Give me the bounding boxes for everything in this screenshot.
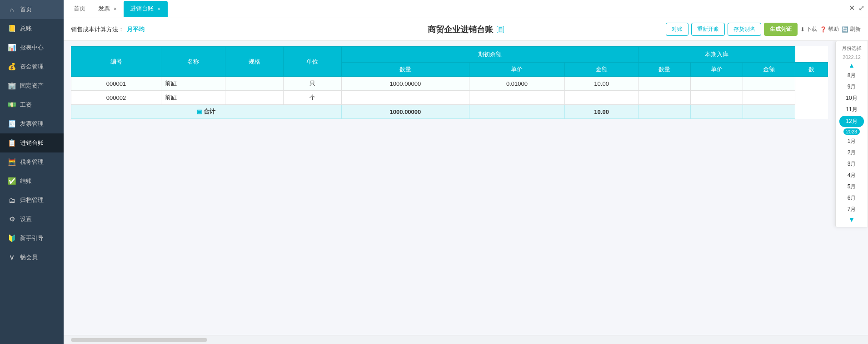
month-item-2023-6[interactable]: 6月 <box>836 192 868 204</box>
month-nav-up-button[interactable]: ▲ <box>848 62 855 69</box>
duizhang-button[interactable]: 对账 <box>666 23 688 36</box>
tab-invoice[interactable]: 发票 × <box>92 1 124 17</box>
maximize-window-button[interactable]: ⤢ <box>858 4 864 12</box>
sidebar-item-label: 固定资产 <box>20 82 44 90</box>
row-in-qty <box>639 77 691 91</box>
col-header-spec: 规格 <box>225 47 284 77</box>
sidebar-item-reports[interactable]: 📊 报表中心 <box>0 38 64 57</box>
sidebar-item-assets[interactable]: 🏢 固定资产 <box>0 76 64 95</box>
month-item-2023-5[interactable]: 5月 <box>836 181 868 192</box>
month-item-2023-4[interactable]: 4月 <box>836 170 868 181</box>
info-icon[interactable]: 目 <box>497 26 504 33</box>
tab-invoice-label: 发票 <box>98 5 110 13</box>
home-icon: ⌂ <box>7 6 16 14</box>
sidebar-item-member[interactable]: V 畅会员 <box>0 248 64 267</box>
sub-col-extra: 数 <box>795 63 828 77</box>
sidebar-item-checkout[interactable]: ✅ 结账 <box>0 172 64 191</box>
row-spec <box>225 77 284 91</box>
month-item-12[interactable]: 12月 <box>839 116 864 127</box>
col-header-unit: 单位 <box>284 47 342 77</box>
member-icon: V <box>7 254 16 261</box>
sidebar-item-salary[interactable]: 💵 工资 <box>0 95 64 114</box>
total-icon: ▣ <box>197 108 202 115</box>
total-qi-price <box>469 105 564 119</box>
sidebar-item-label: 设置 <box>20 215 32 223</box>
guide-icon: 🔰 <box>7 234 16 242</box>
row-unit: 只 <box>284 77 342 91</box>
row-id: 000001 <box>71 77 161 91</box>
row-in-amount <box>743 77 795 91</box>
row-qi-qty <box>341 91 469 105</box>
year-2023-badge: 2023 <box>843 128 860 135</box>
month-item-2023-7[interactable]: 7月 <box>836 204 868 215</box>
row-qi-price <box>469 91 564 105</box>
col-header-id: 编号 <box>71 47 161 77</box>
sidebar-item-label: 结账 <box>20 177 32 185</box>
sidebar-item-label: 报表中心 <box>20 44 44 52</box>
refresh-icon: 🔄 <box>842 26 848 33</box>
row-name: 前缸 <box>161 91 225 105</box>
tab-invoice-close-button[interactable]: × <box>113 6 117 11</box>
settings-icon: ⚙ <box>7 215 16 223</box>
sidebar-item-invoice-mgmt[interactable]: 🧾 发票管理 <box>0 114 64 133</box>
month-item-2023-3[interactable]: 3月 <box>836 158 868 170</box>
sub-col-in-amount: 金额 <box>743 63 795 77</box>
month-item-2023-2[interactable]: 2月 <box>836 147 868 158</box>
sidebar-item-ledger[interactable]: 📒 总账 <box>0 19 64 38</box>
chongxin-button[interactable]: 重新开账 <box>691 23 725 36</box>
sub-col-in-qty: 数量 <box>639 63 691 77</box>
col-group-benpeiruku: 本期入库 <box>639 47 795 63</box>
month-item-10[interactable]: 10月 <box>836 93 868 104</box>
tab-inventory[interactable]: 进销台账 × <box>124 1 167 17</box>
inventory-table: 编号 名称 规格 单位 期初余额 本期入库 数量 单价 金额 数量 <box>71 46 828 119</box>
total-in-qty <box>639 105 691 119</box>
row-in-price <box>691 77 743 91</box>
sidebar-item-funds[interactable]: 💰 资金管理 <box>0 57 64 76</box>
sub-col-qi-amount: 金额 <box>564 63 639 77</box>
month-item-8[interactable]: 8月 <box>836 70 868 81</box>
help-button[interactable]: ❓ 帮助 <box>820 25 839 33</box>
month-panel-title: 月份选择 <box>840 44 863 54</box>
close-window-button[interactable]: ✕ <box>849 4 855 12</box>
sidebar-item-tax[interactable]: 🧮 税务管理 <box>0 152 64 172</box>
month-nav-down-button[interactable]: ▼ <box>848 216 855 223</box>
table-row: 000001 前缸 只 1000.00000 0.01000 10.00 <box>71 77 828 91</box>
sidebar: ⌂ 首页 📒 总账 📊 报表中心 💰 资金管理 🏢 固定资产 💵 工资 🧾 发票… <box>0 0 64 344</box>
sidebar-item-label: 发票管理 <box>20 120 44 128</box>
sidebar-item-label: 进销台账 <box>20 139 44 147</box>
sidebar-item-label: 税务管理 <box>20 158 44 166</box>
sidebar-item-settings[interactable]: ⚙ 设置 <box>0 210 64 229</box>
tab-inventory-close-button[interactable]: × <box>156 6 161 11</box>
sub-col-in-price: 单价 <box>691 63 743 77</box>
refresh-button[interactable]: 🔄 刷新 <box>842 25 861 33</box>
month-nav-down: ▼ <box>836 215 868 224</box>
cunwei-button[interactable]: 存货别名 <box>728 23 761 36</box>
sidebar-item-label: 首页 <box>20 5 32 14</box>
sidebar-item-inventory[interactable]: 📋 进销台账 <box>0 133 64 152</box>
sidebar-item-archive[interactable]: 🗂 归档管理 <box>0 191 64 210</box>
tab-home[interactable]: 首页 <box>67 1 92 17</box>
month-nav-up: ▲ <box>836 61 868 70</box>
shengcheng-button[interactable]: 生成凭证 <box>764 23 798 36</box>
page-title: 商贸企业进销台账 <box>428 24 493 35</box>
cost-method-label: 销售成本计算方法： <box>71 25 124 34</box>
sidebar-item-label: 新手引导 <box>20 234 44 242</box>
total-in-amount <box>743 105 795 119</box>
tab-inventory-label: 进销台账 <box>130 5 154 13</box>
month-item-2023-1[interactable]: 1月 <box>836 136 868 147</box>
invoice-icon: 🧾 <box>7 120 16 128</box>
reports-icon: 📊 <box>7 44 16 52</box>
total-qi-qty: 1000.00000 <box>341 105 469 119</box>
row-qi-amount <box>564 91 639 105</box>
table-wrapper: 编号 名称 规格 单位 期初余额 本期入库 数量 单价 金额 数量 <box>64 41 835 335</box>
sidebar-item-label: 资金管理 <box>20 63 44 71</box>
col-group-qichu: 期初余额 <box>341 47 638 63</box>
sidebar-item-home[interactable]: ⌂ 首页 <box>0 0 64 19</box>
row-qi-qty: 1000.00000 <box>341 77 469 91</box>
month-item-11[interactable]: 11月 <box>836 104 868 115</box>
download-button[interactable]: ⬇ 下载 <box>800 25 817 33</box>
horizontal-scrollbar[interactable] <box>71 338 207 342</box>
sidebar-item-guide[interactable]: 🔰 新手引导 <box>0 229 64 248</box>
assets-icon: 🏢 <box>7 82 16 90</box>
month-item-9[interactable]: 9月 <box>836 81 868 93</box>
